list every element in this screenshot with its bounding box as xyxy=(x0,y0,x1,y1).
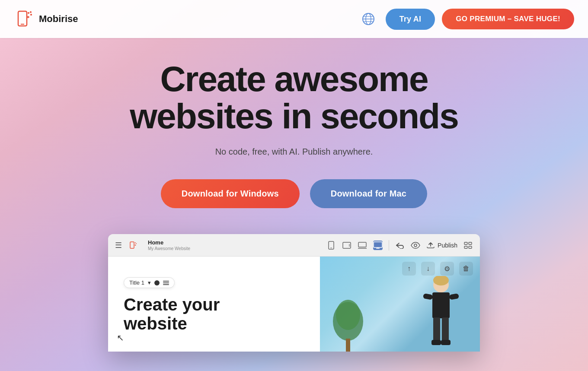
undo-icon[interactable] xyxy=(395,241,405,250)
globe-icon xyxy=(361,12,375,26)
hamburger-icon[interactable]: ☰ xyxy=(115,241,122,250)
svg-rect-37 xyxy=(449,293,459,300)
tree-illustration xyxy=(329,295,368,352)
svg-rect-33 xyxy=(346,339,350,352)
app-canvas: ↑ ↓ ⚙ 🗑 Title 1 ▾ xyxy=(108,257,480,352)
title-badge-line-2 xyxy=(163,282,169,283)
download-mac-button[interactable]: Download for Mac xyxy=(310,179,427,208)
header-right: Try AI GO PREMIUM – SAVE HUGE! xyxy=(358,9,574,30)
title-badge-caret: ▾ xyxy=(148,279,151,286)
language-button[interactable] xyxy=(358,9,379,29)
canvas-top-controls: ↑ ↓ ⚙ 🗑 xyxy=(402,262,473,276)
toolbar-divider xyxy=(389,240,389,251)
svg-point-3 xyxy=(30,11,32,13)
svg-point-4 xyxy=(30,14,32,16)
toolbar-site-name: My Awesome Website xyxy=(148,246,190,251)
cursor-indicator: ↖ xyxy=(117,333,124,343)
logo-link[interactable]: Mobirise xyxy=(14,9,78,29)
hero-subtitle: No code, free, with AI. Publish anywhere… xyxy=(215,147,373,157)
more-options-icon[interactable] xyxy=(463,241,473,250)
svg-rect-0 xyxy=(18,11,27,26)
toolbar-icons: Publish xyxy=(326,240,473,251)
cta-buttons: Download for Windows Download for Mac xyxy=(161,179,427,208)
svg-rect-41 xyxy=(441,340,451,345)
svg-point-13 xyxy=(135,242,136,243)
svg-rect-21 xyxy=(358,242,366,247)
svg-rect-12 xyxy=(130,242,134,248)
svg-rect-30 xyxy=(469,246,472,248)
app-logo-icon xyxy=(129,241,137,250)
try-ai-button[interactable]: Try AI xyxy=(386,9,435,30)
person-illustration xyxy=(419,276,463,352)
svg-point-32 xyxy=(336,300,360,330)
canvas-heading-line1: Create your xyxy=(124,295,220,314)
title-badge-lines xyxy=(163,281,169,285)
app-screenshot: ☰ Home My Awesome Website xyxy=(108,234,480,352)
title-badge-dot xyxy=(154,280,160,285)
premium-button[interactable]: GO PREMIUM – SAVE HUGE! xyxy=(442,9,574,29)
header: Mobirise Try AI GO PREMIUM – SAVE HUGE! xyxy=(0,0,588,38)
toolbar-page-info: Home My Awesome Website xyxy=(148,239,190,251)
publish-button[interactable]: Publish xyxy=(426,242,457,249)
svg-rect-40 xyxy=(431,340,441,345)
canvas-left: Title 1 ▾ Create your website ↖ xyxy=(108,257,320,352)
delete-icon[interactable]: 🗑 xyxy=(459,262,473,276)
toolbar-page-name: Home xyxy=(148,239,190,246)
move-down-icon[interactable]: ↓ xyxy=(421,262,435,276)
svg-rect-29 xyxy=(464,246,467,248)
svg-point-14 xyxy=(136,243,137,244)
svg-rect-39 xyxy=(442,317,449,341)
title-badge[interactable]: Title 1 ▾ xyxy=(124,277,175,288)
title-badge-line-3 xyxy=(163,284,169,285)
preview-icon[interactable] xyxy=(411,241,420,250)
desktop-view-icon[interactable] xyxy=(373,241,383,250)
move-up-icon[interactable]: ↑ xyxy=(402,262,416,276)
canvas-heading: Create your website xyxy=(124,295,304,333)
svg-rect-36 xyxy=(423,293,433,300)
title-badge-text: Title 1 xyxy=(129,279,144,286)
svg-rect-38 xyxy=(433,317,440,341)
logo-text: Mobirise xyxy=(39,13,78,25)
publish-label: Publish xyxy=(438,242,457,249)
download-windows-button[interactable]: Download for Windows xyxy=(161,179,300,208)
mobile-view-icon[interactable] xyxy=(326,241,336,250)
svg-point-2 xyxy=(28,12,29,14)
svg-rect-35 xyxy=(432,292,450,318)
title-badge-line-1 xyxy=(163,281,169,282)
svg-rect-27 xyxy=(464,242,467,244)
hero-title: Create awesome websites in seconds xyxy=(99,60,489,135)
tablet-view-icon[interactable] xyxy=(342,241,352,250)
publish-icon xyxy=(426,242,435,249)
svg-rect-23 xyxy=(374,242,382,247)
hero-section: Create awesome websites in seconds No co… xyxy=(0,0,588,371)
logo-icon xyxy=(14,9,35,29)
settings-icon[interactable]: ⚙ xyxy=(440,262,454,276)
svg-rect-28 xyxy=(469,242,472,244)
svg-point-26 xyxy=(414,244,417,247)
laptop-view-icon[interactable] xyxy=(358,241,367,250)
canvas-heading-line2: website xyxy=(124,314,187,333)
app-toolbar: ☰ Home My Awesome Website xyxy=(108,234,480,257)
